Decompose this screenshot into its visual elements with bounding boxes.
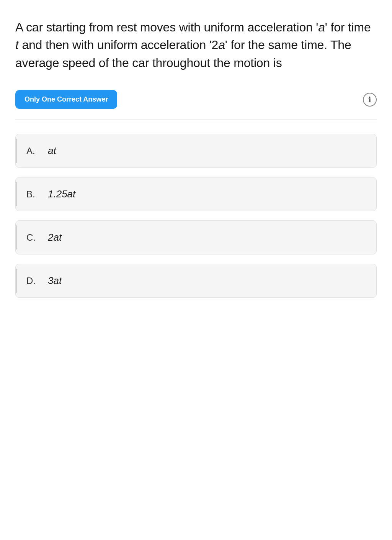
option-c[interactable]: C. 2at — [15, 220, 377, 254]
divider — [15, 120, 377, 120]
option-d-value: 3at — [48, 275, 62, 287]
option-b-label: B. — [26, 189, 48, 200]
options-list: A. at B. 1.25at C. 2at D. 3at — [15, 134, 377, 298]
info-icon[interactable]: ℹ — [363, 93, 377, 107]
option-a[interactable]: A. at — [15, 134, 377, 168]
answer-type-badge: Only One Correct Answer — [15, 90, 117, 109]
option-a-value: at — [48, 145, 56, 157]
option-d[interactable]: D. 3at — [15, 264, 377, 298]
option-b-value: 1.25at — [48, 188, 75, 200]
option-b[interactable]: B. 1.25at — [15, 177, 377, 211]
question-text: A car starting from rest moves with unif… — [15, 18, 377, 72]
option-c-value: 2at — [48, 231, 62, 243]
badge-row: Only One Correct Answer ℹ — [15, 90, 377, 109]
option-d-label: D. — [26, 276, 48, 286]
option-c-label: C. — [26, 232, 48, 243]
option-a-label: A. — [26, 146, 48, 156]
